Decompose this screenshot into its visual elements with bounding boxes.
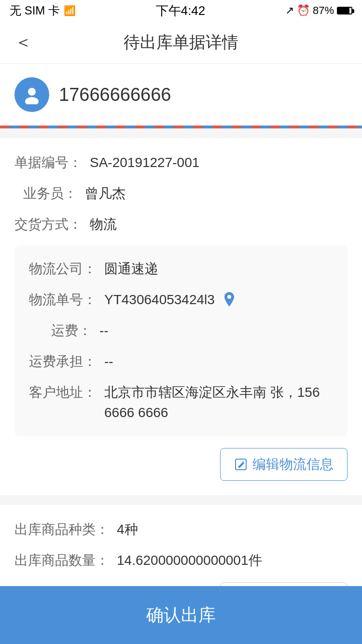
- tracking-label: 物流单号：: [29, 290, 97, 310]
- order-info-section: 单据编号： SA-20191227-001 业务员： 曾凡杰 交货方式： 物流 …: [0, 138, 362, 495]
- salesman-row: 业务员： 曾凡杰: [14, 183, 348, 204]
- location-map-icon[interactable]: [221, 291, 238, 308]
- freight-bearer-label: 运费承担：: [29, 351, 97, 372]
- goods-quantity-row: 出库商品数量： 14.620000000000001件: [14, 550, 348, 571]
- svg-point-0: [28, 88, 36, 96]
- battery-text: 87%: [313, 4, 334, 17]
- status-right: ↗ ⏰ 87%: [285, 4, 352, 17]
- user-phone: 17666666666: [59, 84, 171, 105]
- company-row: 物流公司： 圆通速递: [29, 259, 333, 279]
- salesman-label: 业务员：: [14, 183, 77, 204]
- freight-label: 运费：: [29, 321, 92, 341]
- company-label: 物流公司：: [29, 259, 97, 279]
- goods-quantity-value: 14.620000000000001件: [117, 550, 348, 571]
- address-row: 客户地址： 北京市市辖区海淀区永丰南 张，156 6666 6666: [29, 382, 333, 423]
- location-icon: ↗: [285, 4, 294, 17]
- freight-bearer-row: 运费承担： --: [29, 351, 333, 372]
- freight-value: --: [99, 321, 333, 341]
- freight-bearer-value: --: [104, 351, 333, 372]
- nav-bar: ＜ 待出库单据详情: [0, 21, 362, 64]
- alarm-icon: ⏰: [297, 4, 310, 17]
- svg-point-1: [25, 97, 39, 104]
- edit-logistics-container: 编辑物流信息: [14, 448, 348, 481]
- edit-logistics-button[interactable]: 编辑物流信息: [220, 448, 348, 481]
- dashed-separator: [0, 126, 362, 128]
- salesman-value: 曾凡杰: [85, 183, 348, 204]
- delivery-value: 物流: [90, 214, 348, 235]
- delivery-label: 交货方式：: [14, 214, 82, 235]
- tracking-row: 物流单号： YT43064053424l3: [29, 290, 333, 310]
- carrier-text: 无 SIM 卡: [10, 3, 60, 18]
- status-time: 下午4:42: [156, 2, 206, 19]
- back-button[interactable]: ＜: [14, 30, 32, 54]
- logistics-card: 物流公司： 圆通速递 物流单号： YT43064053424l3 运费： -- …: [14, 245, 348, 436]
- goods-type-label: 出库商品种类：: [14, 519, 109, 540]
- freight-row: 运费： --: [29, 321, 333, 341]
- address-label: 客户地址：: [29, 382, 97, 403]
- user-header: 17666666666: [0, 64, 362, 126]
- address-value: 北京市市辖区海淀区永丰南 张，156 6666 6666: [104, 382, 333, 423]
- battery-icon: [337, 7, 352, 14]
- tracking-value: YT43064053424l3: [104, 290, 333, 310]
- doc-number-label: 单据编号：: [14, 153, 82, 173]
- page-title: 待出库单据详情: [42, 31, 320, 54]
- status-left: 无 SIM 卡 📶: [10, 3, 76, 18]
- doc-number-row: 单据编号： SA-20191227-001: [14, 153, 348, 173]
- confirm-bar: 确认出库: [0, 586, 362, 644]
- company-value: 圆通速递: [104, 259, 333, 279]
- doc-number-value: SA-20191227-001: [90, 153, 348, 173]
- goods-type-value: 4种: [117, 519, 348, 540]
- delivery-row: 交货方式： 物流: [14, 214, 348, 235]
- goods-quantity-label: 出库商品数量：: [14, 550, 109, 571]
- wifi-icon: 📶: [64, 5, 76, 16]
- confirm-button[interactable]: 确认出库: [0, 586, 362, 644]
- edit-logistics-label: 编辑物流信息: [252, 455, 334, 474]
- status-bar: 无 SIM 卡 📶 下午4:42 ↗ ⏰ 87%: [0, 0, 362, 21]
- goods-type-row: 出库商品种类： 4种: [14, 519, 348, 540]
- avatar: [14, 77, 49, 112]
